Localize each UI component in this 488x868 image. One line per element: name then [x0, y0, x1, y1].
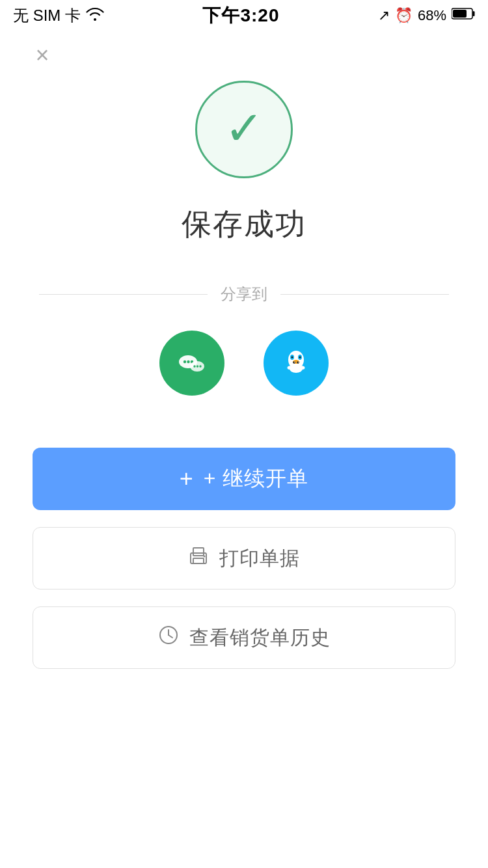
history-button[interactable]: 查看销货单历史: [33, 606, 455, 669]
history-icon: [158, 625, 179, 651]
continue-icon: +: [180, 465, 193, 493]
qq-share-button[interactable]: [264, 331, 329, 396]
svg-point-20: [291, 367, 301, 372]
success-circle: ✓: [195, 81, 293, 178]
wifi-icon: [86, 7, 104, 25]
time-display: 下午3:20: [202, 3, 279, 28]
svg-line-31: [169, 635, 172, 638]
divider-line-left: [39, 294, 208, 295]
svg-point-15: [299, 357, 301, 359]
svg-point-8: [193, 365, 195, 367]
svg-rect-27: [193, 558, 204, 563]
location-icon: ↗: [378, 7, 390, 24]
status-right: ↗ ⏰ 68%: [378, 7, 475, 24]
success-title: 保存成功: [182, 204, 306, 245]
svg-point-28: [204, 555, 206, 557]
svg-point-10: [199, 365, 201, 367]
svg-point-14: [291, 357, 293, 359]
print-label: 打印单据: [219, 545, 300, 572]
checkmark-icon: ✓: [224, 105, 264, 152]
battery-icon: [452, 7, 475, 24]
battery-label: 68%: [418, 7, 446, 24]
svg-point-4: [183, 360, 186, 363]
alarm-icon: ⏰: [395, 7, 413, 24]
close-button[interactable]: ×: [26, 39, 59, 72]
action-buttons: + + 继续开单 打印单据: [0, 448, 488, 669]
svg-rect-1: [472, 11, 474, 16]
svg-point-24: [298, 362, 299, 362]
svg-point-22: [297, 361, 299, 364]
continue-label: + 继续开单: [204, 465, 309, 493]
print-button[interactable]: 打印单据: [33, 527, 455, 590]
close-icon: ×: [35, 44, 49, 67]
svg-rect-26: [193, 548, 204, 556]
share-label: 分享到: [208, 284, 280, 305]
history-label: 查看销货单历史: [189, 625, 331, 651]
main-content: ✓ 保存成功 分享到: [0, 29, 488, 669]
svg-rect-2: [453, 10, 467, 18]
wechat-share-button[interactable]: [159, 331, 224, 396]
share-divider: 分享到: [0, 284, 488, 305]
divider-line-right: [280, 294, 449, 295]
print-icon: [188, 547, 209, 571]
share-icons-row: [159, 331, 329, 396]
continue-button[interactable]: + + 继续开单: [33, 448, 455, 510]
svg-point-21: [293, 361, 295, 364]
svg-point-5: [187, 360, 189, 363]
svg-point-9: [197, 365, 198, 367]
svg-point-23: [294, 362, 295, 362]
status-bar: 无 SIM 卡 下午3:20 ↗ ⏰ 68%: [0, 0, 488, 29]
sim-status: 无 SIM 卡: [13, 5, 81, 26]
status-left: 无 SIM 卡: [13, 5, 104, 26]
